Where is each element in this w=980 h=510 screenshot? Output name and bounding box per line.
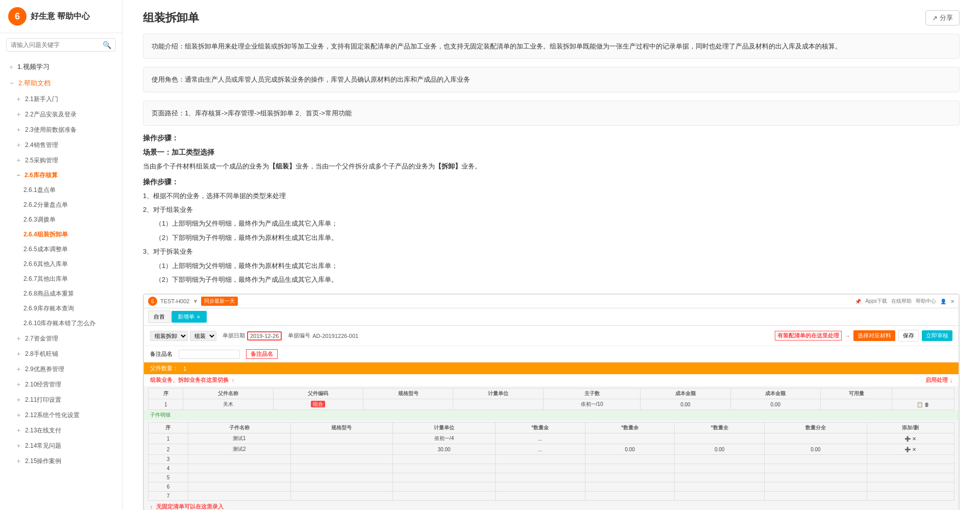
step2-subs: （1）上部明细为父件明细，最终作为产成品生成其它入库单； （2）下部明细为子件明…: [143, 217, 960, 244]
sidebar-item-2-4[interactable]: ＋ 2.4销售管理: [15, 137, 122, 153]
sidebar-item-2-8[interactable]: ＋ 2.8手机旺铺: [15, 346, 122, 361]
search-box[interactable]: 🔍: [6, 38, 116, 52]
step2-sub1: （1）上部明细为父件明细，最终作为产成品生成其它入库单；: [155, 217, 960, 229]
form-select-subtype[interactable]: 组装: [190, 331, 216, 341]
btn-save[interactable]: 保存: [898, 330, 919, 342]
annotation-bottom-row: ↑ 无固定清单可以在这里录入: [144, 501, 959, 510]
child-add-icon[interactable]: ➕: [904, 447, 911, 452]
th-avail: 可用量: [820, 388, 892, 399]
btn-confirm[interactable]: 立即审核: [922, 330, 952, 341]
intro-block-1: 功能介绍：组装拆卸单用来处理企业组装或拆卸等加工业务，支持有固定装配清单的产品加…: [143, 34, 960, 59]
cth-qty: 计量单位: [393, 423, 496, 433]
child-del-icon[interactable]: ✕: [912, 447, 916, 452]
child-add-icon[interactable]: ➕: [904, 436, 911, 442]
nav-sub-2-6: 2.6.1盘点单 2.6.2分量盘点单 2.6.3调拨单 2.6.4组装拆卸单 …: [15, 183, 122, 331]
sidebar-item-2-9[interactable]: ＋ 2.9优惠券管理: [15, 361, 122, 377]
ops-section: 操作步骤： 场景一：加工类型选择 当由多个子件材料组装成一个成品的业务为【组装】…: [122, 134, 980, 285]
annotation-middle-text: 组装业务、拆卸业务在这里切换: [150, 376, 229, 384]
sidebar-item-2-6-4[interactable]: 2.6.4组装拆卸单: [23, 227, 122, 242]
app-apps-icon: Apps下载: [865, 298, 887, 305]
minus-icon: －: [8, 79, 15, 88]
sidebar-item-2-1[interactable]: ＋ 2.1新手入门: [15, 91, 122, 107]
app-orange-bar: 父件数量： 1: [144, 362, 959, 374]
sidebar-item-2-3[interactable]: ＋ 2.3使用前数据准备: [15, 122, 122, 137]
sidebar-item-docs[interactable]: － 2.帮助文档: [0, 75, 122, 91]
intro-block-2: 使用角色：通常由生产人员或库管人员完成拆装业务的操作，库管人员确认原材料的出库和…: [143, 67, 960, 92]
arrow-up-icon: ↑: [232, 377, 235, 383]
annotation-area-top: 有装配清单的在这里处理 → 选择对应材料 保存 立即审核: [364, 330, 952, 342]
sidebar-item-2-6-7[interactable]: 2.6.7其他出库单: [23, 272, 122, 286]
table-row: 3: [149, 455, 954, 464]
sidebar-item-2-2[interactable]: ＋ 2.2产品安装及登录: [15, 107, 122, 122]
annotation-note-text: 备注品名: [246, 349, 278, 359]
step2: 2、对于组装业务: [143, 204, 960, 215]
scenario-title: 场景一：加工类型选择: [143, 148, 960, 157]
app-tenant-name: TEST-H002: [160, 298, 189, 304]
form-row-type: 组装拆卸 组装: [150, 331, 216, 341]
form-select-type[interactable]: 组装拆卸: [150, 331, 188, 341]
sidebar-item-2-5[interactable]: ＋ 2.5采购管理: [15, 153, 122, 168]
cth-add: 添加/删: [867, 423, 954, 433]
remark-input[interactable]: [179, 350, 240, 359]
th-actions: [892, 388, 954, 399]
cth-child-name: 子件名称: [188, 423, 290, 433]
row-action-icon[interactable]: 📋: [917, 402, 923, 407]
row-delete-icon[interactable]: 🗑: [924, 402, 929, 407]
btn-select-material[interactable]: 选择对应材料: [853, 330, 895, 341]
table-row: 5: [149, 473, 954, 482]
share-button[interactable]: ↗ 分享: [925, 10, 960, 26]
step2-sub2: （2）下部明细为子件明细，最终作为原材料生成其它出库单。: [155, 232, 960, 244]
child-del-icon[interactable]: ✕: [912, 436, 916, 442]
tab-close-icon[interactable]: ✕: [197, 314, 201, 320]
step3: 3、对于拆装业务: [143, 246, 960, 257]
sidebar-item-2-7[interactable]: ＋ 2.7资金管理: [15, 331, 122, 346]
bizno-value: AD-20191226-001: [312, 333, 358, 339]
app-new-btn[interactable]: 同步最新一天: [201, 297, 238, 306]
app-help-icon: 在线帮助: [891, 298, 912, 305]
th-spec: 规格型号: [363, 388, 453, 399]
sidebar-item-2-12[interactable]: ＋ 2.12系统个性化设置: [15, 407, 122, 423]
app-pin-icon: 📌: [855, 299, 861, 304]
share-icon: ↗: [932, 14, 938, 22]
sub-divider-text: 子件明细: [150, 411, 170, 419]
sidebar-header: 6 好生意 帮助中心: [0, 0, 122, 33]
app-screenshot: 6 TEST-H002 ▼ 同步最新一天 📌 Apps下载 在线帮助 帮助中心 …: [143, 294, 959, 510]
nav-sub-docs: ＋ 2.1新手入门 ＋ 2.2产品安装及登录 ＋ 2.3使用前数据准备 ＋ 2.…: [0, 91, 122, 469]
ops-title: 操作步骤：: [143, 134, 960, 143]
cth-code: 规格型号: [290, 423, 393, 433]
sidebar: 6 好生意 帮助中心 🔍 ＋ 1.视频学习 － 2.帮助文档 ＋ 2.1新手入门…: [0, 0, 122, 510]
sidebar-item-2-6-10[interactable]: 2.6.10库存账本错了怎么办: [23, 316, 122, 331]
sidebar-item-2-6-3[interactable]: 2.6.3调拨单: [23, 212, 122, 227]
parent-table: 序 父件名称 父件编码 规格型号 计量单位 主子数 成本金额 成本金额 可用量: [148, 388, 954, 410]
sidebar-item-2-6[interactable]: － 2.6库存核算: [15, 168, 122, 183]
app-orange-bar-count: 1: [183, 366, 186, 372]
sidebar-item-2-6-8[interactable]: 2.6.8商品成本重算: [23, 286, 122, 301]
app-avatar: 👤: [940, 299, 946, 304]
sidebar-item-2-6-6[interactable]: 2.6.6其他入库单: [23, 257, 122, 272]
search-icon[interactable]: 🔍: [103, 41, 111, 49]
app-sub-divider: 子件明细: [144, 410, 959, 420]
th-parent-code: 父件编码: [273, 388, 363, 399]
app-table-child: 序 子件名称 规格型号 计量单位 *数量金 *数量余 *数量全 数量分全 添加/…: [144, 422, 959, 501]
search-input[interactable]: [11, 41, 103, 48]
app-tab-list[interactable]: 自首: [148, 310, 170, 323]
sidebar-item-2-10[interactable]: ＋ 2.10经营管理: [15, 377, 122, 392]
app-close-icon[interactable]: ✕: [950, 299, 954, 304]
page-title: 组装拆卸单: [143, 10, 199, 26]
table-row: 1 关木 组合 依初一/10 0.00 0.00 📋 🗑: [149, 399, 954, 410]
sidebar-item-2-15[interactable]: ＋ 2.15操作案例: [15, 453, 122, 469]
sidebar-item-video[interactable]: ＋ 1.视频学习: [0, 59, 122, 75]
sidebar-item-2-11[interactable]: ＋ 2.11打印设置: [15, 392, 122, 407]
cth-qty4: 数量分全: [765, 423, 867, 433]
step3-sub2: （2）下部明细为子件明细，最终作为产成品生成其它入库单。: [155, 274, 960, 285]
sidebar-item-2-6-2[interactable]: 2.6.2分量盘点单: [23, 198, 122, 212]
app-tab-new[interactable]: 新增单 ✕: [172, 311, 207, 323]
sidebar-item-2-6-1[interactable]: 2.6.1盘点单: [23, 183, 122, 198]
app-right-icons: 📌 Apps下载 在线帮助 帮助中心 👤 ✕: [855, 298, 954, 305]
sidebar-item-2-6-5[interactable]: 2.6.5成本调整单: [23, 242, 122, 257]
logo-icon: 6: [8, 7, 27, 26]
sidebar-item-2-13[interactable]: ＋ 2.13在线支付: [15, 423, 122, 438]
sidebar-item-2-14[interactable]: ＋ 2.14常见问题: [15, 438, 122, 453]
step3-sub1: （1）上部明细为父件明细，最终作为原材料生成其它出库单；: [155, 260, 960, 272]
sidebar-item-2-6-9[interactable]: 2.6.9库存账本查询: [23, 301, 122, 316]
